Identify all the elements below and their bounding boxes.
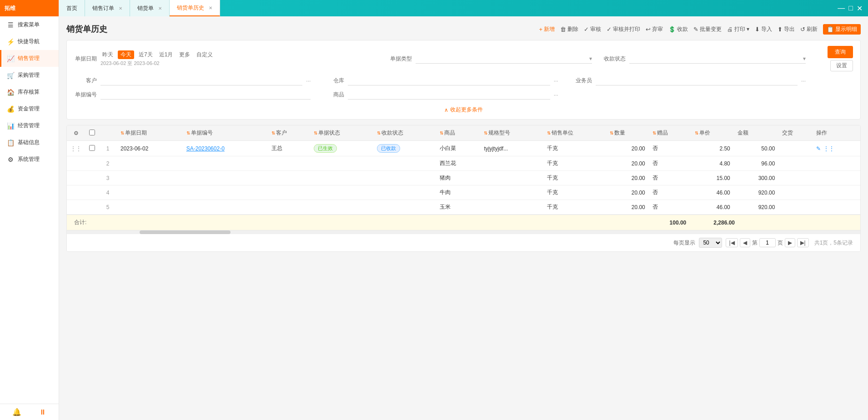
col-customer[interactable]: ⇅客户 bbox=[268, 125, 311, 141]
row-doc-no bbox=[183, 171, 268, 185]
payment-status-select[interactable]: ▾ bbox=[629, 54, 806, 64]
shortcut-more[interactable]: 更多 bbox=[177, 50, 192, 59]
print-button[interactable]: 🖨 打印 ▾ bbox=[727, 25, 749, 33]
sidebar-item-finance-mgmt[interactable]: 💰 资金管理 bbox=[0, 100, 59, 117]
sidebar-item-sys-mgmt[interactable]: ⚙ 系统管理 bbox=[0, 151, 59, 168]
col-transaction: 交货 bbox=[778, 125, 813, 141]
col-gift[interactable]: ⇅赠品 bbox=[649, 125, 692, 141]
tab-sales-order-label: 销售订单 bbox=[92, 5, 114, 12]
page-number-input[interactable] bbox=[759, 238, 776, 247]
col-check[interactable] bbox=[85, 125, 99, 141]
col-doc-date[interactable]: ⇅单据日期 bbox=[117, 125, 183, 141]
customer-ellipsis-icon[interactable]: ··· bbox=[306, 78, 311, 84]
add-button[interactable]: + 新增 bbox=[539, 25, 555, 33]
tab-sales-goods[interactable]: 销货单 ✕ bbox=[130, 0, 170, 16]
window-maximize-icon[interactable]: □ bbox=[848, 4, 853, 12]
page-next-button[interactable]: ▶ bbox=[785, 238, 795, 247]
query-button[interactable]: 查询 bbox=[828, 46, 853, 58]
refresh-icon: ↺ bbox=[800, 26, 805, 33]
collapse-row[interactable]: ∧ 收起更多条件 bbox=[74, 104, 853, 114]
shortcut-1month[interactable]: 近1月 bbox=[157, 50, 175, 59]
col-gear[interactable]: ⚙ bbox=[67, 125, 85, 141]
shortcut-today[interactable]: 今天 bbox=[118, 50, 134, 59]
sidebar-item-basic-info[interactable]: 📋 基础信息 bbox=[0, 134, 59, 151]
row-gift: 否 bbox=[649, 185, 692, 200]
collect-button[interactable]: 💲 收款 bbox=[668, 25, 688, 33]
row-action bbox=[813, 171, 860, 185]
sidebar-item-ops-mgmt[interactable]: 📊 经营管理 bbox=[0, 117, 59, 134]
col-goods[interactable]: ⇅商品 bbox=[436, 125, 480, 141]
tab-home[interactable]: 首页 bbox=[59, 0, 85, 16]
settings-button[interactable]: 设置 bbox=[830, 60, 853, 71]
row-gear[interactable] bbox=[67, 200, 85, 215]
salesperson-ellipsis-icon[interactable]: ··· bbox=[801, 78, 806, 84]
col-spec[interactable]: ⇅规格型号 bbox=[480, 125, 543, 141]
row-edit-icon[interactable]: ✎ bbox=[816, 145, 821, 152]
customer-input[interactable] bbox=[100, 76, 302, 85]
doc-number-input[interactable] bbox=[100, 90, 311, 100]
page-size-select[interactable]: 50 100 200 bbox=[699, 238, 722, 248]
col-doc-status[interactable]: ⇅单据状态 bbox=[310, 125, 373, 141]
doc-no-link[interactable]: SA-20230602-0 bbox=[186, 145, 225, 152]
salesperson-input[interactable] bbox=[596, 76, 798, 85]
batch-change-icon: ✎ bbox=[693, 26, 698, 33]
doc-type-select[interactable]: ▾ bbox=[416, 54, 592, 64]
tab-sales-order[interactable]: 销售订单 ✕ bbox=[85, 0, 130, 16]
date-label: 单据日期 bbox=[74, 55, 97, 63]
scroll-thumb[interactable] bbox=[140, 230, 231, 234]
row-checkbox[interactable] bbox=[89, 145, 95, 151]
row-customer bbox=[268, 200, 311, 215]
audit-button[interactable]: ✓ 审核 bbox=[584, 25, 601, 33]
delete-button[interactable]: 🗑 删除 bbox=[560, 25, 578, 33]
col-unit-price[interactable]: ⇅单价 bbox=[691, 125, 734, 141]
row-gear[interactable] bbox=[67, 185, 85, 200]
goods-ellipsis-icon[interactable]: ··· bbox=[554, 92, 558, 98]
sidebar-pause-icon[interactable]: ⏸ bbox=[39, 408, 46, 416]
refresh-button[interactable]: ↺ 刷新 bbox=[800, 25, 818, 33]
add-icon: + bbox=[539, 26, 542, 33]
shortcut-7days[interactable]: 近7天 bbox=[137, 50, 155, 59]
sidebar-item-quick-nav[interactable]: ⚡ 快捷导航 bbox=[0, 33, 59, 50]
window-close-icon[interactable]: ✕ bbox=[857, 4, 863, 13]
import-button[interactable]: ⬇ 导入 bbox=[755, 25, 772, 33]
col-qty[interactable]: ⇅数量 bbox=[606, 125, 649, 141]
tab-sales-history[interactable]: 销货单历史 ✕ bbox=[170, 0, 220, 16]
abandon-button[interactable]: ↩ 弃审 bbox=[646, 25, 663, 33]
tab-sales-order-close[interactable]: ✕ bbox=[119, 6, 122, 11]
sidebar: 拓维 ☰ 搜索菜单 ⚡ 快捷导航 📈 销售管理 🛒 采购管理 🏠 库存核算 💰 … bbox=[0, 0, 59, 420]
scroll-area[interactable] bbox=[67, 230, 860, 234]
sidebar-item-purchase-mgmt[interactable]: 🛒 采购管理 bbox=[0, 67, 59, 84]
audit-print-button[interactable]: ✓ 审核并打印 bbox=[607, 25, 640, 33]
page-first-button[interactable]: |◀ bbox=[726, 238, 738, 247]
col-doc-no[interactable]: ⇅单据编号 bbox=[183, 125, 268, 141]
select-all-checkbox[interactable] bbox=[89, 130, 95, 135]
sidebar-item-inventory[interactable]: 🏠 库存核算 bbox=[0, 84, 59, 100]
date-field: 单据日期 昨天 今天 近7天 近1月 更多 自定义 2023-06-02 至 2… bbox=[74, 50, 378, 67]
doc-number-label: 单据编号 bbox=[74, 91, 97, 99]
warehouse-input[interactable] bbox=[348, 76, 550, 85]
sidebar-item-search-menu[interactable]: ☰ 搜索菜单 bbox=[0, 16, 59, 33]
export-button[interactable]: ⬆ 导出 bbox=[778, 25, 795, 33]
table-container: ⚙ ⇅单据日期 ⇅单据编号 ⇅客户 ⇅单据状态 ⇅收款状态 ⇅商品 ⇅规格型号 … bbox=[66, 125, 861, 252]
row-unit-price: 2.50 bbox=[691, 141, 734, 156]
batch-change-button[interactable]: ✎ 批量变更 bbox=[693, 25, 722, 33]
row-gear[interactable]: ⋮⋮ bbox=[67, 141, 85, 156]
row-gear[interactable] bbox=[67, 156, 85, 171]
row-qty: 20.00 bbox=[606, 141, 649, 156]
tab-sales-goods-close[interactable]: ✕ bbox=[158, 6, 162, 11]
goods-input[interactable] bbox=[348, 90, 550, 100]
col-payment-status[interactable]: ⇅收款状态 bbox=[373, 125, 436, 141]
warehouse-ellipsis-icon[interactable]: ··· bbox=[554, 78, 558, 84]
shortcut-custom[interactable]: 自定义 bbox=[195, 50, 215, 59]
show-detail-button[interactable]: 📋 显示明细 bbox=[823, 24, 861, 35]
page-last-button[interactable]: ▶| bbox=[797, 238, 809, 247]
tab-sales-history-close[interactable]: ✕ bbox=[209, 5, 212, 10]
page-prev-button[interactable]: ◀ bbox=[740, 238, 750, 247]
shortcut-yesterday[interactable]: 昨天 bbox=[100, 50, 115, 59]
col-unit[interactable]: ⇅销售单位 bbox=[543, 125, 606, 141]
window-minimize-icon[interactable]: — bbox=[838, 4, 845, 12]
sidebar-item-sales-mgmt[interactable]: 📈 销售管理 bbox=[0, 50, 59, 67]
sidebar-notification-icon[interactable]: 🔔 bbox=[12, 408, 21, 416]
row-more-icon[interactable]: ⋮⋮ bbox=[823, 145, 834, 152]
row-gear[interactable] bbox=[67, 171, 85, 185]
